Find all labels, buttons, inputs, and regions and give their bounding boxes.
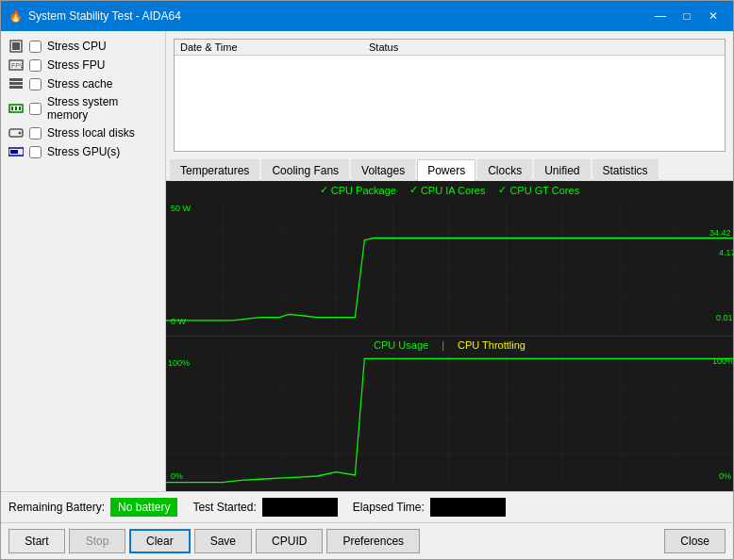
minimize-button[interactable]: — xyxy=(648,7,673,25)
stress-memory-checkbox[interactable] xyxy=(29,103,42,115)
fpu-icon: FPU xyxy=(8,58,24,73)
power-chart-svg: 50 W 0 W 34.42 4.17 0.01 xyxy=(166,199,733,333)
legend-separator: | xyxy=(442,339,444,351)
stress-fpu-label: Stress FPU xyxy=(47,58,105,72)
stress-gpu-label: Stress GPU(s) xyxy=(47,145,120,158)
stress-disk-label: Stress local disks xyxy=(47,126,135,140)
tab-voltages[interactable]: Voltages xyxy=(351,159,415,181)
svg-text:0 W: 0 W xyxy=(171,316,186,326)
log-col-datetime: Date & Time xyxy=(175,40,363,56)
bottom-bar: Start Stop Clear Save CPUID Preferences … xyxy=(1,522,733,559)
cpu-icon xyxy=(8,39,24,54)
battery-status: Remaining Battery: No battery xyxy=(8,498,177,517)
svg-text:34.42: 34.42 xyxy=(709,227,731,238)
tab-cooling-fans[interactable]: Cooling Fans xyxy=(261,159,349,181)
app-icon: 🔥 xyxy=(8,9,23,23)
window-title: System Stability Test - AIDA64 xyxy=(28,9,181,23)
battery-value: No battery xyxy=(110,498,177,517)
cache-icon xyxy=(8,76,24,91)
svg-text:0.01: 0.01 xyxy=(716,312,733,322)
test-started-label: Test Started: xyxy=(192,501,256,514)
svg-text:4.17: 4.17 xyxy=(719,247,733,257)
test-started-status: Test Started: xyxy=(192,498,337,517)
disk-icon xyxy=(8,125,24,140)
tab-statistics[interactable]: Statistics xyxy=(592,159,659,181)
stress-cache-checkbox[interactable] xyxy=(29,78,42,91)
legend-cpu-gt: ✓ CPU GT Cores xyxy=(498,184,579,196)
svg-rect-5 xyxy=(9,82,23,85)
stress-disk-checkbox[interactable] xyxy=(29,127,42,140)
stress-fpu-checkbox[interactable] xyxy=(29,59,42,72)
battery-label: Remaining Battery: xyxy=(8,501,105,514)
svg-text:100%: 100% xyxy=(712,355,733,366)
svg-rect-8 xyxy=(11,107,13,110)
tab-temperatures[interactable]: Temperatures xyxy=(170,159,259,181)
tab-bar: Temperatures Cooling Fans Voltages Power… xyxy=(166,159,733,181)
memory-icon xyxy=(8,101,24,116)
legend-cpu-throttling-label: CPU Throttling xyxy=(458,339,525,351)
svg-point-12 xyxy=(19,132,22,135)
legend-cpu-ia-label: CPU IA Cores xyxy=(421,185,485,196)
svg-rect-1 xyxy=(12,42,20,50)
tab-clocks[interactable]: Clocks xyxy=(477,159,532,181)
stress-cpu-item: Stress CPU xyxy=(8,39,158,54)
title-bar: 🔥 System Stability Test - AIDA64 — □ ✕ xyxy=(1,1,733,31)
log-area: Date & Time Status xyxy=(174,39,726,152)
svg-text:100%: 100% xyxy=(168,357,191,368)
elapsed-time-label: Elapsed Time: xyxy=(353,501,425,514)
legend-cpu-package-label: CPU Package xyxy=(331,185,396,196)
svg-text:FPU: FPU xyxy=(11,62,24,69)
usage-chart: CPU Usage | CPU Throttling xyxy=(166,336,733,491)
stop-button[interactable]: Stop xyxy=(69,529,125,553)
close-button[interactable]: Close xyxy=(664,529,726,553)
tab-unified[interactable]: Unified xyxy=(534,159,590,181)
legend-cpu-ia-check: ✓ xyxy=(409,184,418,196)
status-bar: Remaining Battery: No battery Test Start… xyxy=(1,491,733,522)
title-bar-controls: — □ ✕ xyxy=(648,7,726,25)
svg-text:0%: 0% xyxy=(719,470,732,481)
elapsed-time-status: Elapsed Time: xyxy=(353,498,506,517)
cpuid-button[interactable]: CPUID xyxy=(256,529,323,553)
svg-rect-10 xyxy=(19,107,21,110)
stress-fpu-item: FPU Stress FPU xyxy=(8,58,158,73)
stress-memory-item: Stress system memory xyxy=(8,95,158,122)
legend-cpu-ia: ✓ CPU IA Cores xyxy=(409,184,485,196)
stress-gpu-item: Stress GPU(s) xyxy=(8,144,158,159)
power-chart: ✓ CPU Package ✓ CPU IA Cores ✓ CPU GT Co… xyxy=(166,181,733,336)
elapsed-time-value xyxy=(430,498,506,517)
right-panel: Date & Time Status Temperatures Cooling … xyxy=(166,31,733,491)
start-button[interactable]: Start xyxy=(8,529,65,553)
preferences-button[interactable]: Preferences xyxy=(326,529,420,553)
charts-area: ✓ CPU Package ✓ CPU IA Cores ✓ CPU GT Co… xyxy=(166,181,733,491)
test-started-value xyxy=(262,498,338,517)
maximize-button[interactable]: □ xyxy=(675,7,699,25)
svg-text:0%: 0% xyxy=(171,470,184,481)
stress-cache-item: Stress cache xyxy=(8,76,158,91)
legend-cpu-usage-label: CPU Usage xyxy=(374,339,428,351)
stress-cpu-label: Stress CPU xyxy=(47,40,107,53)
stress-cache-label: Stress cache xyxy=(47,77,112,91)
svg-rect-6 xyxy=(9,86,23,89)
svg-rect-14 xyxy=(10,150,18,154)
legend-cpu-package-check: ✓ xyxy=(320,184,328,196)
stress-disk-item: Stress local disks xyxy=(8,125,158,140)
main-window: 🔥 System Stability Test - AIDA64 — □ ✕ S… xyxy=(0,0,734,560)
svg-rect-4 xyxy=(9,78,23,81)
stress-gpu-checkbox[interactable] xyxy=(29,146,42,158)
legend-cpu-package: ✓ CPU Package xyxy=(320,184,396,196)
legend-cpu-usage: CPU Usage xyxy=(374,339,428,351)
stress-cpu-checkbox[interactable] xyxy=(29,41,42,53)
svg-rect-9 xyxy=(15,107,17,110)
legend-cpu-gt-label: CPU GT Cores xyxy=(509,185,579,196)
log-table: Date & Time Status xyxy=(175,40,725,56)
title-bar-left: 🔥 System Stability Test - AIDA64 xyxy=(8,9,181,23)
clear-button[interactable]: Clear xyxy=(129,529,191,553)
usage-chart-svg: 100% 0% 100% 0% xyxy=(166,354,733,487)
tab-powers[interactable]: Powers xyxy=(417,159,475,181)
save-button[interactable]: Save xyxy=(194,529,252,553)
legend-cpu-gt-check: ✓ xyxy=(498,184,507,196)
stress-memory-label: Stress system memory xyxy=(47,95,158,122)
log-col-status: Status xyxy=(363,40,725,56)
main-content: Stress CPU FPU Stress FPU Stress cache S… xyxy=(1,31,733,491)
close-window-button[interactable]: ✕ xyxy=(701,7,726,25)
